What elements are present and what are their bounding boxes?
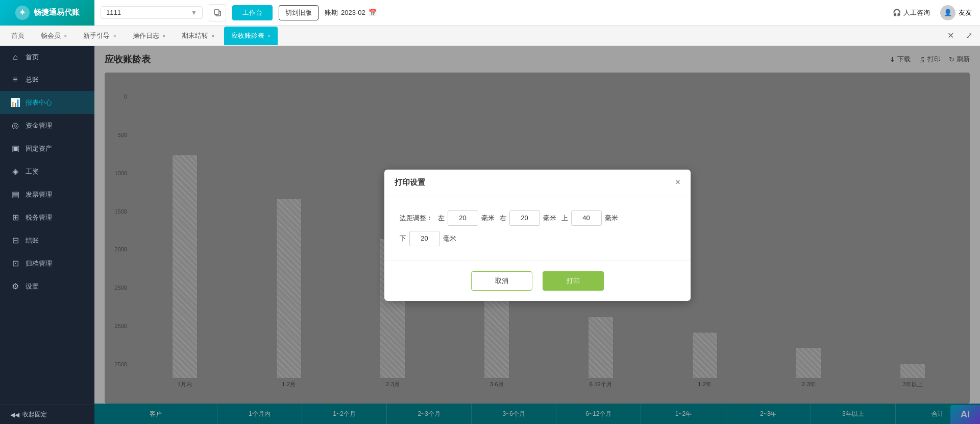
collapse-icon: ◀◀	[10, 411, 19, 418]
sidebar-label-fund: 资金管理	[26, 121, 52, 130]
user-area[interactable]: 👤 友友	[940, 5, 972, 20]
sidebar-label-tax: 税务管理	[26, 213, 52, 222]
margin-top-group: 上 毫米	[561, 210, 618, 226]
sidebar: ⌂ 首页 ≡ 总账 📊 报表中心 ◎ 资金管理 ▣ 固定资产 ◈ 工资 ▤ 发票…	[0, 46, 94, 424]
logo-text: 畅捷通易代账	[34, 8, 80, 17]
sidebar-label-ledger: 总账	[26, 75, 39, 84]
sidebar-item-report[interactable]: 📊 报表中心	[0, 91, 94, 114]
top-margin-input[interactable]	[571, 210, 602, 226]
headset-icon: 🎧	[893, 9, 901, 16]
sidebar-item-settings[interactable]: ⚙ 设置	[0, 275, 94, 298]
period-label: 账期	[325, 8, 338, 17]
sidebar-item-fund[interactable]: ◎ 资金管理	[0, 114, 94, 137]
tab-aging-close[interactable]: ×	[267, 33, 271, 39]
tab-aging[interactable]: 应收账龄表 ×	[224, 27, 278, 45]
collapse-label: 收起固定	[22, 410, 47, 419]
tab-home-label: 首页	[11, 31, 24, 40]
margin-right-group: 右 毫米	[500, 210, 556, 226]
sidebar-item-salary[interactable]: ◈ 工资	[0, 160, 94, 183]
tab-home[interactable]: 首页	[4, 27, 32, 45]
home-icon: ⌂	[10, 53, 20, 62]
tab-closing[interactable]: 期末结转 ×	[175, 27, 222, 45]
tab-oplog-close[interactable]: ×	[162, 33, 165, 39]
tab-member-close[interactable]: ×	[64, 33, 67, 39]
right-dir-label: 右	[500, 214, 506, 223]
closing-icon: ⊟	[10, 235, 20, 245]
right-unit: 毫米	[543, 214, 556, 223]
calendar-icon[interactable]: 📅	[369, 9, 377, 16]
margin-adjust-label: 边距调整：	[400, 214, 433, 223]
main-layout: ⌂ 首页 ≡ 总账 📊 报表中心 ◎ 资金管理 ▣ 固定资产 ◈ 工资 ▤ 发票…	[0, 46, 980, 424]
tab-closing-close[interactable]: ×	[211, 33, 214, 39]
sidebar-item-archive[interactable]: ⊡ 归档管理	[0, 252, 94, 275]
modal-title: 打印设置	[395, 178, 425, 187]
sidebar-item-invoice[interactable]: ▤ 发票管理	[0, 183, 94, 206]
cancel-button[interactable]: 取消	[471, 271, 532, 291]
company-name: 1111	[106, 9, 187, 16]
sidebar-collapse-button[interactable]: ◀◀ 收起固定	[0, 405, 94, 424]
confirm-print-button[interactable]: 打印	[543, 271, 604, 291]
tax-icon: ⊞	[10, 213, 20, 222]
top-header: ✦ 畅捷通易代账 1111 ▼ 工作台 切到旧版 账期 2023-02 📅 🎧 …	[0, 0, 980, 26]
tab-right-actions: ✕ ⤢	[943, 29, 976, 43]
sidebar-item-ledger[interactable]: ≡ 总账	[0, 68, 94, 91]
salary-icon: ◈	[10, 167, 20, 176]
header-right: 🎧 人工咨询 👤 友友	[893, 5, 972, 20]
copy-icon-button[interactable]	[209, 4, 226, 21]
dropdown-icon: ▼	[191, 9, 197, 16]
left-margin-input[interactable]	[448, 210, 478, 226]
content-area: 应收账龄表 ⬇ 下载 🖨 打印 ↻ 刷新 2500 2500	[94, 46, 980, 424]
period-value: 2023-02	[341, 9, 365, 16]
tab-closing-label: 期末结转	[182, 31, 208, 40]
modal-overlay: 打印设置 × 边距调整： 左 毫米 右 毫米	[94, 46, 980, 424]
sidebar-label-report: 报表中心	[26, 98, 52, 107]
logo: ✦ 畅捷通易代账	[0, 0, 94, 26]
switch-old-button[interactable]: 切到旧版	[279, 5, 318, 20]
tab-aging-label: 应收账龄表	[231, 31, 264, 40]
tab-member[interactable]: 畅会员 ×	[34, 27, 74, 45]
archive-icon: ⊡	[10, 258, 20, 268]
tab-oplog[interactable]: 操作日志 ×	[126, 27, 173, 45]
modal-body: 边距调整： 左 毫米 右 毫米 上	[384, 196, 691, 261]
tab-guide[interactable]: 新手引导 ×	[76, 27, 123, 45]
company-selector[interactable]: 1111 ▼	[101, 6, 203, 19]
consult-button[interactable]: 🎧 人工咨询	[893, 8, 930, 17]
expand-button[interactable]: ⤢	[962, 29, 976, 43]
tab-guide-close[interactable]: ×	[113, 33, 116, 39]
margin-bottom-group: 下 毫米	[400, 231, 456, 246]
sidebar-label-archive: 归档管理	[26, 259, 52, 268]
tab-guide-label: 新手引导	[83, 31, 110, 40]
fund-icon: ◎	[10, 121, 20, 130]
invoice-icon: ▤	[10, 190, 20, 199]
right-margin-input[interactable]	[509, 210, 540, 226]
bottom-unit: 毫米	[443, 234, 456, 243]
tab-member-label: 畅会员	[41, 31, 61, 40]
sidebar-item-tax[interactable]: ⊞ 税务管理	[0, 206, 94, 229]
margin-row: 边距调整： 左 毫米 右 毫米 上	[400, 210, 675, 246]
consult-label: 人工咨询	[903, 8, 930, 17]
sidebar-label-settings: 设置	[26, 282, 39, 291]
sidebar-label-asset: 固定资产	[26, 144, 52, 153]
close-all-tabs-button[interactable]: ✕	[943, 29, 958, 43]
avatar: 👤	[940, 5, 955, 20]
sidebar-item-closing[interactable]: ⊟ 结账	[0, 229, 94, 252]
ledger-icon: ≡	[10, 75, 20, 84]
bottom-margin-input[interactable]	[409, 231, 440, 246]
modal-footer: 取消 打印	[384, 261, 691, 301]
top-dir-label: 上	[561, 214, 568, 223]
user-name: 友友	[959, 8, 972, 17]
workbench-button[interactable]: 工作台	[232, 5, 273, 20]
tab-bar: 首页 畅会员 × 新手引导 × 操作日志 × 期末结转 × 应收账龄表 × ✕ …	[0, 26, 980, 46]
sidebar-item-asset[interactable]: ▣ 固定资产	[0, 137, 94, 160]
sidebar-label-closing: 结账	[26, 236, 39, 245]
logo-icon: ✦	[15, 6, 30, 20]
modal-header: 打印设置 ×	[384, 170, 691, 196]
tab-oplog-label: 操作日志	[133, 31, 159, 40]
sidebar-label-salary: 工资	[26, 167, 39, 176]
sidebar-item-home[interactable]: ⌂ 首页	[0, 46, 94, 68]
period-area: 账期 2023-02 📅	[325, 8, 377, 17]
modal-close-button[interactable]: ×	[675, 178, 680, 187]
left-dir-label: 左	[438, 214, 445, 223]
sidebar-label-home: 首页	[26, 53, 39, 62]
margin-left-group: 左 毫米	[438, 210, 495, 226]
